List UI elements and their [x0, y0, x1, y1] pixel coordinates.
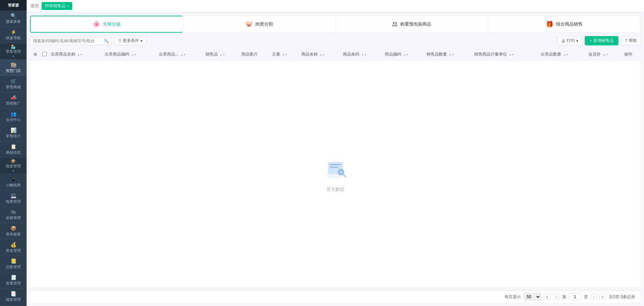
sidebar-item-ecom-mgmt[interactable]: 💻 电商管理: [0, 190, 27, 207]
fresh-icon: 🌸: [93, 20, 100, 28]
th-prod-code[interactable]: 商品编码 ▲▼: [383, 49, 424, 60]
empty-illustration: [322, 155, 349, 182]
sidebar-item-label: 发票管理: [6, 281, 21, 286]
sidebar-item-members[interactable]: 👥 会员中心: [0, 109, 27, 125]
sidebar-item-mini-ecom[interactable]: 📱 小畅电商: [0, 174, 27, 190]
sidebar-item-finance[interactable]: 💰 资金管理: [0, 240, 27, 256]
th-sale-unit[interactable]: 销售商品计量单位 ▲▼: [472, 49, 539, 60]
data-table: ⚙ 出库商品名称 ▲▼ 出库商品编码 ▲▼: [30, 49, 641, 60]
th-checkbox[interactable]: [40, 49, 49, 60]
batch-icon: 📦: [11, 159, 16, 164]
combo-icon: 🎁: [546, 20, 553, 28]
ledger-icon: 📒: [11, 258, 16, 264]
sort-arrows-icon: ▲▼: [361, 53, 367, 56]
th-action-label: 操作: [624, 52, 632, 57]
th-sale-qty-label: 销售品数量: [426, 52, 447, 57]
toolbar: 🔍 ▽ 更多条件 ▾ 🖨 打印 ▾ + 新增销售品: [30, 36, 641, 45]
th-main-qty-label: 主量: [272, 52, 280, 57]
topbar-home-link[interactable]: 首页: [31, 3, 39, 9]
tab-meat[interactable]: 🐷 肉类分割: [183, 16, 335, 33]
sidebar-item-invoice[interactable]: 🧾 发票管理: [0, 272, 27, 289]
sort-arrows-icon: ▲▼: [603, 53, 608, 56]
empty-text: 暂无数据: [327, 186, 344, 193]
sidebar-item-inventory[interactable]: 📦 库存核算: [0, 223, 27, 240]
sidebar-item-batch-mgmt[interactable]: 📦 批发管理 ▾: [0, 158, 27, 174]
sidebar-item-label: 资金管理: [6, 248, 21, 253]
th-out-qty[interactable]: 出库品数量 ▲▼: [539, 49, 586, 60]
sidebar-item-label: 快捷导航: [6, 35, 21, 41]
meat-icon: 🐷: [245, 20, 253, 28]
sidebar-item-retail-stats[interactable]: 📊 零售统计: [0, 125, 27, 141]
add-label: 新增销售品: [593, 38, 614, 44]
sidebar-item-label: 总账管理: [6, 264, 21, 270]
tab-fresh[interactable]: 🌸 生鲜分级: [30, 16, 183, 33]
sidebar-item-quick[interactable]: ⚡ 快捷导航: [0, 27, 27, 43]
th-main-qty[interactable]: 主量 ▲▼: [270, 49, 299, 60]
th-sale-qty[interactable]: 销售品数量 ▲▼: [424, 49, 472, 60]
sidebar: 管家婆 🔍 搜索菜单 ⚡ 快捷导航 🏪 零售管理 ▾ 🏬 智慧门店 🛒 零售商城…: [0, 0, 27, 306]
search-icon[interactable]: 🔍: [104, 39, 109, 43]
svg-rect-2: [330, 164, 341, 165]
select-all-checkbox[interactable]: [42, 52, 47, 56]
sidebar-item-online-mall[interactable]: 🛒 零售商城: [0, 76, 27, 92]
th-out-code[interactable]: 出库商品编码 ▲▼: [103, 49, 156, 60]
search-input[interactable]: [33, 39, 102, 43]
promo-icon: 📣: [11, 95, 16, 100]
th-prod-name[interactable]: 商品名称 ▲▼: [299, 49, 341, 60]
active-tab-label: 特殊销售品: [45, 3, 65, 9]
sort-arrows-icon: ▲▼: [77, 53, 83, 56]
tab-combo[interactable]: 🎁 组合商品销售: [488, 16, 641, 33]
th-sale-item[interactable]: 销售品 ▲▼: [204, 49, 239, 60]
sidebar-item-search[interactable]: 🔍 搜索菜单: [0, 11, 27, 27]
data-table-container: ⚙ 出库商品名称 ▲▼ 出库商品编码 ▲▼: [30, 49, 641, 287]
gear-icon: ⚙: [33, 52, 37, 57]
sidebar-item-retail[interactable]: 🏪 零售管理 ▾: [0, 43, 27, 60]
th-prod-code-label: 商品编码: [385, 52, 401, 57]
filter-button[interactable]: ▽ 更多条件 ▾: [115, 36, 146, 45]
sidebar-item-label: 零售商城: [6, 85, 21, 90]
basic-info-icon: 📋: [11, 144, 16, 149]
th-gear[interactable]: ⚙: [30, 49, 40, 60]
tab-fresh-label: 生鲜分级: [103, 21, 121, 27]
page-number-input[interactable]: [569, 293, 581, 300]
sort-arrows-icon: ▲▼: [449, 53, 454, 56]
search-icon: 🔍: [11, 13, 16, 18]
per-page-select[interactable]: 10 20 50 100: [524, 293, 541, 301]
sidebar-item-purchase[interactable]: 🛍 采购管理: [0, 207, 27, 223]
main-content: 首页 特殊销售品 × 🌸 生鲜分级 🐷 肉类分割 ⚖ 称重预包装商品 🎁 组合商…: [27, 0, 644, 306]
sidebar-item-sales-promo[interactable]: 📣 营销推广: [0, 92, 27, 109]
th-out-name[interactable]: 出库商品名称 ▲▼: [49, 49, 103, 60]
th-prod-name-label: 商品名称: [301, 52, 318, 57]
help-button[interactable]: ? 帮助: [621, 36, 641, 45]
page-label: 第: [562, 294, 566, 300]
quick-icon: ⚡: [11, 29, 16, 35]
sidebar-item-label: 零售管理: [6, 49, 21, 54]
print-icon: 🖨: [561, 39, 565, 43]
sidebar-item-tax[interactable]: 📑 税务管理: [0, 289, 27, 305]
next-page-button[interactable]: ›: [591, 294, 597, 300]
sidebar-item-smart-store[interactable]: 🏬 智慧门店: [0, 60, 27, 76]
th-barcode[interactable]: 商品条码 ▲▼: [341, 49, 383, 60]
page-content: 🌸 生鲜分级 🐷 肉类分割 ⚖ 称重预包装商品 🎁 组合商品销售 🔍: [27, 12, 644, 306]
last-page-button[interactable]: »: [599, 294, 606, 300]
th-img: 商品图片: [239, 49, 270, 60]
first-page-button[interactable]: «: [544, 294, 551, 300]
sort-arrows-icon: ▲▼: [563, 53, 568, 56]
search-box[interactable]: 🔍: [30, 37, 112, 45]
tab-weight[interactable]: ⚖ 称重预包装商品: [335, 16, 488, 33]
close-tab-icon[interactable]: ×: [67, 4, 69, 8]
th-member-price[interactable]: 会员价 ▲▼: [586, 49, 622, 60]
topbar: 首页 特殊销售品 ×: [27, 0, 644, 12]
print-button[interactable]: 🖨 打印 ▾: [557, 36, 582, 45]
sort-arrows-icon: ▲▼: [403, 53, 408, 56]
sort-arrows-icon: ▲▼: [220, 53, 225, 56]
sidebar-item-label: 税务管理: [6, 297, 21, 302]
prev-page-button[interactable]: ‹: [553, 294, 559, 300]
add-sale-item-button[interactable]: + 新增销售品: [585, 36, 618, 45]
sidebar-item-basic-info[interactable]: 📋 基础信息: [0, 141, 27, 158]
th-out-qty-label: 出库品数量: [541, 52, 561, 57]
th-out-spec[interactable]: 出库商品... ▲▼: [157, 49, 204, 60]
active-tab-tag[interactable]: 特殊销售品 ×: [42, 2, 72, 10]
sidebar-item-general-ledger[interactable]: 📒 总账管理: [0, 256, 27, 272]
mall-icon: 🛒: [11, 78, 16, 84]
